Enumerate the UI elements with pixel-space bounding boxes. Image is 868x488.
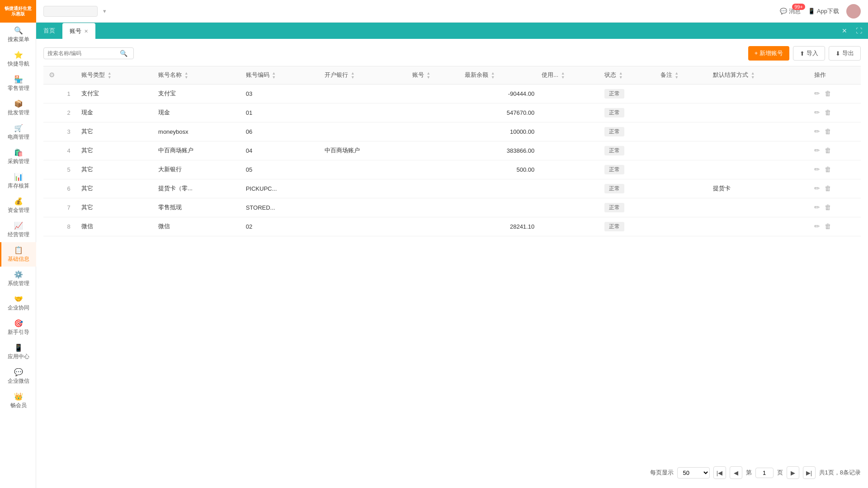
sort-balance-icon: ▲▼ bbox=[491, 71, 495, 80]
add-account-button[interactable]: + 新增账号 bbox=[748, 46, 789, 61]
import-button[interactable]: ⬆ 导入 bbox=[793, 46, 825, 61]
page-label: 第 bbox=[746, 469, 752, 477]
row-code: PICKUPC... bbox=[242, 179, 321, 198]
first-page-button[interactable]: |◀ bbox=[713, 466, 726, 479]
capital-icon: 💰 bbox=[3, 197, 34, 206]
message-button[interactable]: 💬 消息 99+ bbox=[780, 7, 801, 15]
main-area: ▾ 💬 消息 99+ 📱 App下载 首页 账号 ✕ ✕ ⛶ bbox=[36, 0, 868, 488]
sidebar-item-shortcut[interactable]: ⭐ 快捷导航 bbox=[0, 47, 36, 71]
row-usage bbox=[538, 103, 601, 122]
edit-icon[interactable]: ✏ bbox=[814, 203, 820, 211]
row-settings bbox=[43, 217, 60, 236]
delete-icon[interactable]: 🗑 bbox=[825, 108, 831, 117]
sidebar-item-new-guide[interactable]: 🎯 新手引导 bbox=[0, 315, 36, 340]
search-box[interactable]: 🔍 bbox=[43, 47, 134, 59]
th-usage[interactable]: 使用... ▲▼ bbox=[538, 66, 601, 84]
tab-close-icon[interactable]: ✕ bbox=[839, 25, 850, 36]
sidebar-item-search-menu[interactable]: 🔍 搜索菜单 bbox=[0, 23, 36, 47]
row-usage bbox=[538, 160, 601, 179]
delete-icon[interactable]: 🗑 bbox=[825, 127, 831, 136]
page-number-input[interactable] bbox=[755, 468, 774, 478]
row-account bbox=[409, 103, 461, 122]
th-settings[interactable]: ⚙ bbox=[43, 66, 60, 84]
edit-icon[interactable]: ✏ bbox=[814, 165, 820, 174]
sidebar-item-purchase[interactable]: 🛍️ 采购管理 bbox=[0, 145, 36, 169]
th-default-settlement[interactable]: 默认结算方式 ▲▼ bbox=[709, 66, 811, 84]
topbar: ▾ 💬 消息 99+ 📱 App下载 bbox=[36, 0, 868, 23]
tab-accounts[interactable]: 账号 ✕ bbox=[62, 23, 95, 39]
th-code[interactable]: 账号编码 ▲▼ bbox=[242, 66, 321, 84]
sidebar-item-app-center[interactable]: 📱 应用中心 bbox=[0, 340, 36, 364]
edit-icon[interactable]: ✏ bbox=[814, 222, 820, 230]
th-type[interactable]: 账号类型 ▲▼ bbox=[78, 66, 155, 84]
column-settings-icon[interactable]: ⚙ bbox=[49, 71, 55, 79]
edit-icon[interactable]: ✏ bbox=[814, 146, 820, 155]
search-icon[interactable]: 🔍 bbox=[120, 50, 127, 57]
delete-icon[interactable]: 🗑 bbox=[825, 222, 831, 230]
export-button[interactable]: ⬇ 导出 bbox=[829, 46, 861, 61]
next-page-button[interactable]: ▶ bbox=[787, 466, 799, 479]
edit-icon[interactable]: ✏ bbox=[814, 127, 820, 136]
row-usage bbox=[538, 122, 601, 141]
row-default-settlement bbox=[709, 198, 811, 217]
topbar-dropdown-icon[interactable]: ▾ bbox=[103, 8, 106, 14]
row-default-settlement bbox=[709, 141, 811, 160]
prev-page-button[interactable]: ◀ bbox=[730, 466, 742, 479]
sidebar-item-wholesale[interactable]: 📦 批发管理 bbox=[0, 96, 36, 120]
row-code: 05 bbox=[242, 160, 321, 179]
topbar-search-input[interactable] bbox=[43, 6, 98, 17]
sidebar-item-enterprise-agreement[interactable]: 🤝 企业协同 bbox=[0, 291, 36, 315]
tab-accounts-close[interactable]: ✕ bbox=[84, 28, 88, 34]
sort-settlement-icon: ▲▼ bbox=[751, 71, 755, 80]
th-balance[interactable]: 最新余额 ▲▼ bbox=[461, 66, 538, 84]
row-type: 其它 bbox=[78, 179, 155, 198]
edit-icon[interactable]: ✏ bbox=[814, 89, 820, 98]
row-index: 3 bbox=[60, 122, 78, 141]
sidebar-item-operations[interactable]: 📈 经营管理 bbox=[0, 218, 36, 242]
user-avatar[interactable] bbox=[846, 4, 861, 19]
sidebar-item-inventory[interactable]: 📊 库存核算 bbox=[0, 169, 36, 193]
row-type: 现金 bbox=[78, 103, 155, 122]
per-page-select[interactable]: 50 100 200 bbox=[677, 467, 710, 479]
th-bank[interactable]: 开户银行 ▲▼ bbox=[321, 66, 409, 84]
delete-icon[interactable]: 🗑 bbox=[825, 184, 831, 192]
th-notes[interactable]: 备注 ▲▼ bbox=[657, 66, 709, 84]
th-status[interactable]: 状态 ▲▼ bbox=[601, 66, 657, 84]
sidebar-item-ecommerce[interactable]: 🛒 电商管理 bbox=[0, 120, 36, 145]
row-actions: ✏ 🗑 bbox=[811, 103, 861, 122]
tab-home[interactable]: 首页 bbox=[36, 23, 62, 39]
last-page-button[interactable]: ▶| bbox=[803, 466, 816, 479]
row-index: 8 bbox=[60, 217, 78, 236]
pagination: 每页显示 50 100 200 |◀ ◀ 第 页 ▶ ▶| 共1页，8条记录 bbox=[43, 461, 861, 481]
delete-icon[interactable]: 🗑 bbox=[825, 89, 831, 98]
row-status: 正常 bbox=[601, 160, 657, 179]
sidebar-item-vip[interactable]: 👑 畅会员 bbox=[0, 389, 36, 413]
sidebar-item-system[interactable]: ⚙️ 系统管理 bbox=[0, 267, 36, 291]
th-name[interactable]: 账号名称 ▲▼ bbox=[155, 66, 242, 84]
row-usage bbox=[538, 84, 601, 103]
row-balance: 383866.00 bbox=[461, 141, 538, 160]
sort-code-icon: ▲▼ bbox=[272, 71, 276, 80]
sidebar-item-capital[interactable]: 💰 资金管理 bbox=[0, 193, 36, 218]
search-input[interactable] bbox=[47, 50, 120, 56]
row-status: 正常 bbox=[601, 122, 657, 141]
system-icon: ⚙️ bbox=[3, 270, 34, 279]
content-toolbar: 🔍 + 新增账号 ⬆ 导入 ⬇ 导出 bbox=[43, 46, 861, 61]
delete-icon[interactable]: 🗑 bbox=[825, 165, 831, 174]
sort-account-icon: ▲▼ bbox=[426, 71, 430, 80]
table-body: 1 支付宝 支付宝 03 -90444.00 正常 ✏ 🗑 2 现金 现金 01… bbox=[43, 84, 861, 236]
app-download-button[interactable]: 📱 App下载 bbox=[808, 7, 839, 15]
sidebar-item-retail[interactable]: 🏪 零售管理 bbox=[0, 71, 36, 96]
row-bank bbox=[321, 84, 409, 103]
edit-icon[interactable]: ✏ bbox=[814, 184, 820, 192]
tab-expand-icon[interactable]: ⛶ bbox=[854, 25, 864, 36]
row-settings bbox=[43, 141, 60, 160]
row-settings bbox=[43, 103, 60, 122]
th-account[interactable]: 账号 ▲▼ bbox=[409, 66, 461, 84]
sidebar-item-enterprise-wechat[interactable]: 💬 企业微信 bbox=[0, 364, 36, 389]
edit-icon[interactable]: ✏ bbox=[814, 108, 820, 117]
topbar-left: ▾ bbox=[43, 6, 106, 17]
delete-icon[interactable]: 🗑 bbox=[825, 203, 831, 211]
sidebar-item-basics[interactable]: 📋 基础信息 bbox=[0, 242, 36, 267]
delete-icon[interactable]: 🗑 bbox=[825, 146, 831, 155]
